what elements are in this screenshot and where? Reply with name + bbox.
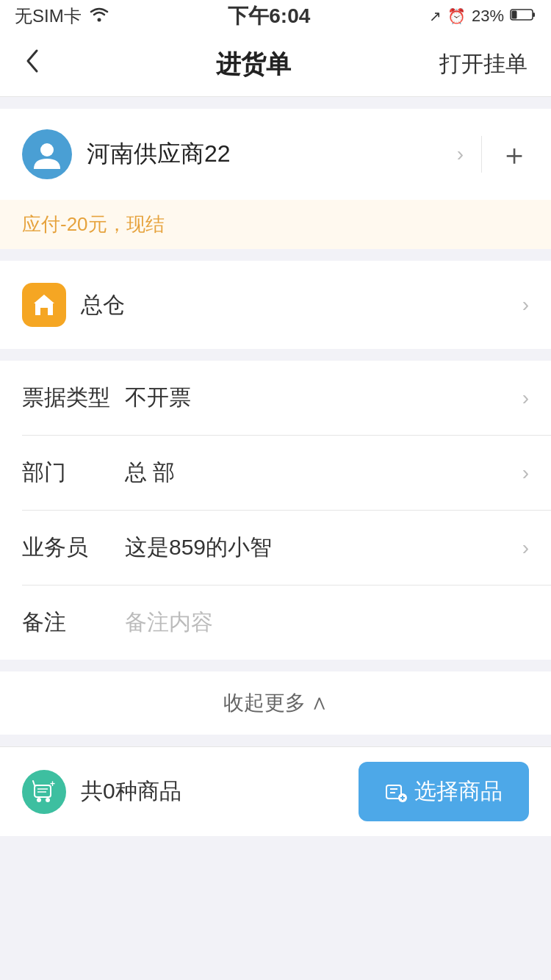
- department-value: 总 部: [125, 458, 522, 488]
- salesperson-value: 这是859的小智: [125, 533, 522, 563]
- warehouse-label: 总仓: [81, 290, 522, 320]
- svg-rect-8: [35, 785, 51, 797]
- invoice-type-chevron-icon: ›: [522, 386, 529, 410]
- wifi-icon: [89, 6, 109, 26]
- salesperson-chevron-icon: ›: [522, 536, 529, 560]
- svg-rect-2: [533, 12, 535, 17]
- bottom-bar: + 共0种商品 选择商品: [0, 746, 551, 836]
- open-pending-button[interactable]: 打开挂单: [439, 49, 527, 79]
- status-left: 无SIM卡: [15, 4, 109, 28]
- salesperson-row[interactable]: 业务员 这是859的小智 ›: [0, 511, 551, 585]
- collapse-button[interactable]: 收起更多 ∧: [223, 689, 328, 717]
- vertical-divider: [481, 136, 482, 173]
- battery-text: 23%: [472, 7, 504, 26]
- salesperson-label: 业务员: [22, 533, 125, 563]
- supplier-row[interactable]: 河南供应商22 › ＋: [0, 109, 551, 200]
- add-button[interactable]: ＋: [500, 140, 529, 169]
- department-label: 部门: [22, 458, 125, 488]
- invoice-type-row[interactable]: 票据类型 不开票 ›: [0, 361, 551, 435]
- department-row[interactable]: 部门 总 部 ›: [0, 436, 551, 510]
- carrier-label: 无SIM卡: [15, 4, 82, 28]
- warehouse-section: 总仓 ›: [0, 261, 551, 349]
- select-product-label: 选择商品: [414, 777, 503, 807]
- svg-rect-7: [40, 308, 48, 315]
- alert-text: 应付-20元，现结: [22, 213, 165, 235]
- product-count-text: 共0种商品: [81, 777, 359, 807]
- status-time: 下午6:04: [228, 2, 310, 30]
- svg-point-4: [40, 143, 54, 156]
- svg-marker-5: [34, 295, 54, 303]
- form-fields-section: 票据类型 不开票 › 部门 总 部 › 业务员 这是859的小智 › 备注 备注…: [0, 361, 551, 660]
- warehouse-icon-bg: [22, 283, 66, 327]
- remark-row[interactable]: 备注 备注内容: [0, 586, 551, 660]
- battery-icon: [510, 7, 536, 26]
- page-title: 进货单: [216, 48, 291, 82]
- alert-banner: 应付-20元，现结: [0, 200, 551, 249]
- invoice-type-value: 不开票: [125, 383, 522, 413]
- svg-point-10: [46, 798, 50, 802]
- remark-label: 备注: [22, 608, 125, 638]
- divider-1: [0, 97, 551, 109]
- supplier-chevron-icon: ›: [457, 143, 464, 166]
- supplier-avatar: [22, 129, 72, 179]
- warehouse-row[interactable]: 总仓 ›: [0, 261, 551, 349]
- select-product-button[interactable]: 选择商品: [359, 762, 529, 821]
- warehouse-chevron-icon: ›: [522, 293, 529, 317]
- remark-input[interactable]: 备注内容: [125, 608, 529, 638]
- svg-point-9: [37, 798, 41, 802]
- invoice-type-label: 票据类型: [22, 383, 125, 413]
- svg-point-0: [97, 18, 101, 22]
- alarm-icon: ⏰: [447, 7, 466, 25]
- department-chevron-icon: ›: [522, 461, 529, 485]
- location-icon: ↗: [429, 7, 442, 25]
- svg-text:+: +: [50, 779, 55, 789]
- supplier-row-actions: › ＋: [457, 136, 529, 173]
- status-bar: 无SIM卡 下午6:04 ↗ ⏰ 23%: [0, 0, 551, 32]
- status-right: ↗ ⏰ 23%: [429, 7, 536, 26]
- svg-rect-3: [511, 11, 516, 19]
- nav-bar: 进货单 打开挂单: [0, 32, 551, 97]
- product-count-icon-bg: +: [22, 770, 66, 814]
- collapse-section: 收起更多 ∧: [0, 671, 551, 735]
- back-button[interactable]: [24, 46, 68, 82]
- supplier-card: 河南供应商22 › ＋ 应付-20元，现结: [0, 109, 551, 249]
- supplier-name: 河南供应商22: [87, 138, 457, 170]
